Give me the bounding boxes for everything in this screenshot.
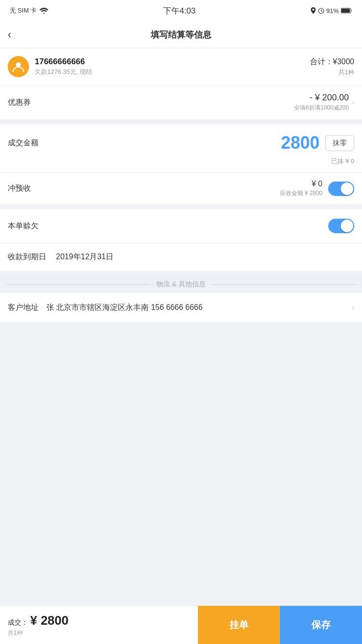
avatar	[8, 56, 29, 77]
address-row[interactable]: 客户地址 张 北京市市辖区海淀区永丰南 156 6666 6666 ›	[0, 293, 362, 322]
precharge-toggle[interactable]	[328, 182, 354, 196]
divider-line-right	[211, 284, 356, 285]
status-left: 无 SIM 卡	[10, 6, 48, 15]
bottom-actions: 挂单 保存	[198, 606, 362, 644]
deal-section: 成交金额 2800 抹零 已抹 ¥ 0 冲预收 ¥ 0 应收金额 ¥ 2800	[0, 124, 362, 204]
coupon-right: - ¥ 200.00 全场6折满1000减200 ›	[294, 93, 354, 112]
svg-rect-2	[341, 9, 350, 13]
bottom-bar: 成交： ¥ 2800 共1种 挂单 保存	[0, 605, 362, 644]
clock-icon	[318, 8, 324, 14]
wifi-icon	[40, 8, 48, 14]
hold-button[interactable]: 挂单	[198, 606, 280, 644]
debt-label: 本单赊欠	[8, 221, 39, 231]
customer-row: 17666666666 欠款1276.35元, 现结 合计：¥3000 共1种	[0, 48, 362, 85]
customer-info: 17666666666 欠款1276.35元, 现结	[35, 57, 92, 76]
bottom-deal-amount: ¥ 2800	[30, 613, 69, 628]
back-button[interactable]: ‹	[8, 28, 11, 41]
status-time: 下午4:03	[163, 5, 195, 16]
deal-label: 成交金额	[8, 138, 39, 148]
gray-area	[0, 327, 362, 404]
debt-toggle[interactable]	[328, 219, 354, 233]
divider-line-left	[6, 284, 151, 285]
bottom-count: 共1种	[8, 629, 190, 637]
divider-text: 物流 & 其他信息	[156, 280, 205, 289]
address-chevron-icon: ›	[352, 303, 354, 312]
location-icon	[310, 7, 316, 14]
duedate-value: 2019年12月31日	[56, 252, 113, 262]
bottom-deal-row: 成交： ¥ 2800	[8, 613, 190, 628]
customer-phone: 17666666666	[35, 57, 92, 67]
user-icon	[12, 60, 25, 73]
round-button[interactable]: 抹零	[325, 135, 354, 151]
address-value: 张 北京市市辖区海淀区永丰南 156 6666 6666	[46, 302, 352, 313]
precharge-row: 冲预收 ¥ 0 应收金额 ¥ 2800	[0, 172, 362, 204]
customer-sub: 欠款1276.35元, 现结	[35, 68, 92, 76]
total-count: 共1种	[310, 68, 355, 77]
duedate-row: 收款到期日 2019年12月31日	[0, 243, 362, 271]
deal-amount: 2800	[281, 133, 320, 153]
coupon-chevron-icon: ›	[352, 98, 354, 107]
customer-left: 17666666666 欠款1276.35元, 现结	[8, 56, 92, 77]
battery-icon	[341, 8, 352, 14]
address-card: 客户地址 张 北京市市辖区海淀区永丰南 156 6666 6666 ›	[0, 293, 362, 322]
page-title: 填写结算等信息	[151, 29, 211, 41]
coupon-info: - ¥ 200.00 全场6折满1000减200	[294, 93, 348, 112]
status-bar: 无 SIM 卡 下午4:03 91%	[0, 0, 362, 21]
coupon-discount: - ¥ 200.00	[294, 93, 348, 103]
precharge-sub: 应收金额 ¥ 2800	[280, 189, 322, 197]
bottom-deal-label: 成交：	[8, 618, 28, 626]
sim-status: 无 SIM 卡	[10, 6, 37, 15]
address-label: 客户地址	[8, 303, 39, 313]
precharge-right: ¥ 0 应收金额 ¥ 2800	[280, 180, 354, 197]
divider-section: 物流 & 其他信息	[0, 276, 362, 293]
save-button[interactable]: 保存	[280, 606, 362, 644]
bottom-summary: 成交： ¥ 2800 共1种	[0, 613, 198, 637]
debt-row: 本单赊欠	[0, 209, 362, 243]
customer-card: 17666666666 欠款1276.35元, 现结 合计：¥3000 共1种 …	[0, 48, 362, 119]
total-amount: 合计：¥3000	[310, 57, 355, 67]
deal-right: 2800 抹零	[281, 133, 354, 153]
coupon-label: 优惠券	[8, 98, 31, 108]
debt-toggle-knob	[341, 220, 353, 232]
svg-point-3	[16, 62, 21, 67]
precharge-info: ¥ 0 应收金额 ¥ 2800	[280, 180, 322, 197]
coupon-row[interactable]: 优惠券 - ¥ 200.00 全场6折满1000减200 ›	[0, 85, 362, 119]
duedate-label: 收款到期日	[8, 252, 46, 262]
bottom-spacer	[0, 404, 362, 443]
battery-percent: 91%	[326, 7, 339, 14]
toggle-knob	[341, 182, 353, 195]
deal-sub: 已抹 ¥ 0	[0, 157, 362, 172]
coupon-desc: 全场6折满1000减200	[294, 104, 348, 112]
status-right: 91%	[310, 7, 352, 14]
deal-row: 成交金额 2800 抹零	[0, 124, 362, 157]
precharge-label: 冲预收	[8, 183, 31, 194]
nav-bar: ‹ 填写结算等信息	[0, 21, 362, 48]
debt-card: 本单赊欠 收款到期日 2019年12月31日	[0, 209, 362, 271]
customer-right: 合计：¥3000 共1种	[310, 57, 355, 77]
precharge-amount: ¥ 0	[280, 180, 322, 188]
